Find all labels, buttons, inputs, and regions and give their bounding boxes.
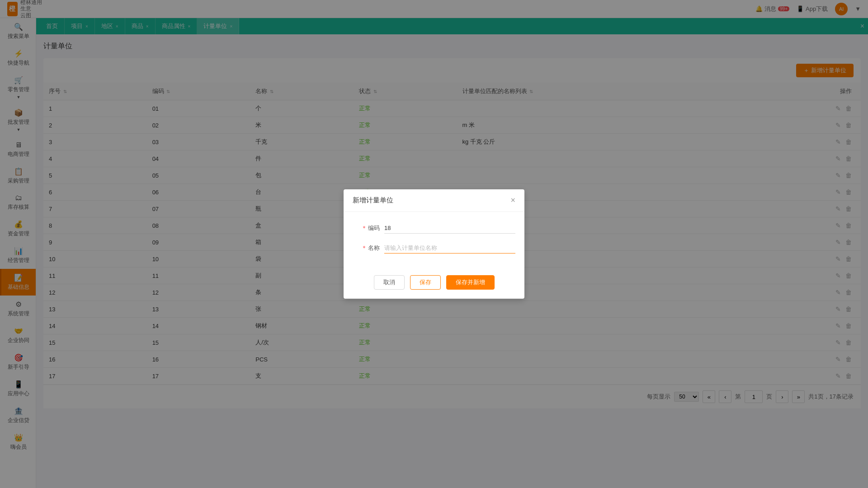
required-mark: ＊ [361,225,367,231]
form-item-name: ＊名称 [353,243,515,253]
form-label-name: ＊名称 [353,244,380,252]
code-input[interactable] [384,223,515,234]
form-label-code: ＊编码 [353,224,380,232]
modal-title: 新增计量单位 [353,196,393,205]
form-item-code: ＊编码 [353,223,515,234]
modal-close-button[interactable]: × [510,196,515,205]
required-mark-name: ＊ [361,244,367,251]
cancel-button[interactable]: 取消 [374,275,405,290]
add-unit-modal: 新增计量单位 × ＊编码 ＊名称 取消 保存 保存并新增 [344,189,524,299]
modal-footer: 取消 保存 保存并新增 [344,270,524,299]
save-button[interactable]: 保存 [410,275,441,290]
modal-header: 新增计量单位 × [344,189,524,212]
modal-body: ＊编码 ＊名称 [344,212,524,270]
save-and-new-button[interactable]: 保存并新增 [446,275,495,290]
modal-overlay: 新增计量单位 × ＊编码 ＊名称 取消 保存 保存并新增 [0,0,868,488]
name-input[interactable] [384,243,515,253]
